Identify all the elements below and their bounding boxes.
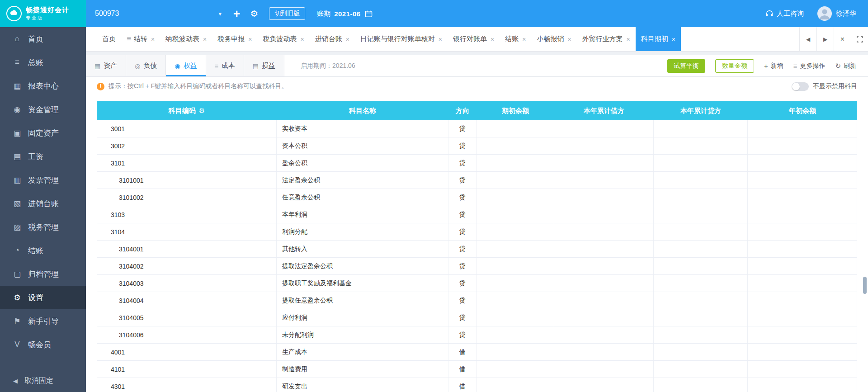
close-icon[interactable]: × xyxy=(151,36,155,43)
tab-item-9[interactable]: 小畅报销× xyxy=(531,27,576,51)
sidebar-item-12[interactable]: ⚑新手引导 xyxy=(0,309,86,333)
tab-item-1[interactable]: ≣结转× xyxy=(121,27,160,51)
user-menu[interactable]: 徐泽华 xyxy=(817,6,856,21)
tab-item-7[interactable]: 银行对账单× xyxy=(448,27,500,51)
gear-icon[interactable]: ⚙ xyxy=(250,8,258,19)
subtab-2[interactable]: ◉权益 xyxy=(166,55,206,76)
table-row-10[interactable]: 3104004提取任意盈余公积贷 xyxy=(97,292,857,309)
trial-balance-button[interactable]: 试算平衡 xyxy=(667,59,705,73)
quantity-amount-button[interactable]: 数量金额 xyxy=(715,59,754,73)
switch-old-version-button[interactable]: 切到旧版 xyxy=(269,7,305,20)
table-header-row: 科目编码⚙科目名称方向期初余额本年累计借方本年累计贷方年初余额 xyxy=(97,101,857,120)
table-row-0[interactable]: 3001实收资本贷 xyxy=(97,120,857,137)
subtab-3[interactable]: ≡成本 xyxy=(206,55,244,76)
tab-item-6[interactable]: 日记账与银行对账单核对× xyxy=(355,27,448,51)
sidebar-item-3[interactable]: ◉资金管理 xyxy=(0,98,86,121)
column-header-label: 期初余额 xyxy=(502,107,529,115)
tab-item-10[interactable]: 外贸行业方案× xyxy=(577,27,636,51)
subtab-1[interactable]: ◎负债 xyxy=(126,55,166,76)
close-icon[interactable]: × xyxy=(672,36,675,43)
sidebar-item-1[interactable]: ≡总账 xyxy=(0,51,86,74)
tab-item-0[interactable]: 首页 xyxy=(97,27,121,51)
cell-direction: 贷 xyxy=(448,326,476,343)
close-icon[interactable]: × xyxy=(300,36,304,43)
cell-direction: 借 xyxy=(448,344,476,360)
table-row-12[interactable]: 3104006未分配利润贷 xyxy=(97,326,857,344)
scrollbar-thumb[interactable] xyxy=(863,277,867,294)
hide-disabled-toggle[interactable] xyxy=(792,82,809,91)
more-operations-button[interactable]: ≡ 更多操作 xyxy=(793,62,826,70)
tab-item-11[interactable]: 科目期初× xyxy=(636,27,681,51)
close-tabs-button[interactable]: × xyxy=(834,27,851,51)
tab-item-5[interactable]: 进销台账× xyxy=(310,27,355,51)
table-row-15[interactable]: 4301研发支出借 xyxy=(97,378,857,392)
cell-opening-balance xyxy=(476,258,554,274)
cell-year-begin-balance xyxy=(748,189,857,206)
close-icon[interactable]: × xyxy=(203,36,207,43)
table-row-6[interactable]: 3104利润分配贷 xyxy=(97,223,857,241)
sidebar-item-11[interactable]: ⚙设置 xyxy=(0,286,86,309)
subtab-4[interactable]: ▤损益 xyxy=(244,55,284,76)
sidebar-item-8[interactable]: ▨税务管理 xyxy=(0,215,86,239)
table-row-1[interactable]: 3002资本公积贷 xyxy=(97,137,857,155)
close-icon[interactable]: × xyxy=(522,36,526,43)
sidebar-item-4[interactable]: ▣固定资产 xyxy=(0,121,86,145)
sidebar-item-0[interactable]: ⌂首页 xyxy=(0,27,86,51)
calendar-icon[interactable] xyxy=(364,9,373,18)
manual-consult-button[interactable]: 人工咨询 xyxy=(765,9,804,18)
close-icon[interactable]: × xyxy=(346,36,349,43)
close-icon[interactable]: × xyxy=(491,36,494,43)
subtab-0[interactable]: ▦资产 xyxy=(86,55,126,76)
company-selector[interactable]: 500973 ▾ xyxy=(95,9,222,18)
close-icon[interactable]: × xyxy=(567,36,571,43)
tab-item-2[interactable]: 纳税波动表× xyxy=(160,27,212,51)
subtab-label: 资产 xyxy=(104,61,117,70)
sidebar-item-7[interactable]: ▧进销台账 xyxy=(0,192,86,215)
sidebar-item-2[interactable]: ▦报表中心 xyxy=(0,74,86,98)
close-icon[interactable]: × xyxy=(248,36,252,43)
subtab-row: ▦资产◎负债◉权益≡成本▤损益 启用期间：2021.06 试算平衡 数量金额 +… xyxy=(86,55,868,77)
cell-direction: 贷 xyxy=(448,206,476,223)
cell-year-begin-balance xyxy=(748,241,857,257)
unpin-button[interactable]: ◀ 取消固定 xyxy=(0,369,86,392)
cell-ytd-credit xyxy=(654,344,748,360)
cell-ytd-credit xyxy=(654,326,748,343)
sidebar-item-13[interactable]: V畅会员 xyxy=(0,333,86,356)
sidebar-item-10[interactable]: ▢归档管理 xyxy=(0,262,86,286)
tab-item-8[interactable]: 结账× xyxy=(500,27,531,51)
fullscreen-button[interactable] xyxy=(851,27,868,51)
tab-item-4[interactable]: 税负波动表× xyxy=(257,27,309,51)
refresh-button[interactable]: ↻ 刷新 xyxy=(835,62,856,70)
sidebar-item-label: 归档管理 xyxy=(28,269,59,279)
tab-item-3[interactable]: 税务申报× xyxy=(212,27,257,51)
table-row-2[interactable]: 3101盈余公积贷 xyxy=(97,155,857,172)
cell-ytd-debit xyxy=(554,120,654,137)
close-icon[interactable]: × xyxy=(439,36,442,43)
table-row-8[interactable]: 3104002提取法定盈余公积贷 xyxy=(97,258,857,275)
column-settings-gear-icon[interactable]: ⚙ xyxy=(199,107,205,115)
add-account-button[interactable]: + 新增 xyxy=(764,62,783,70)
sidebar-item-6[interactable]: ▥发票管理 xyxy=(0,168,86,192)
table-row-14[interactable]: 4101制造费用借 xyxy=(97,361,857,378)
table-row-3[interactable]: 3101001法定盈余公积贷 xyxy=(97,172,857,189)
tab-nav-left-button[interactable]: ◀ xyxy=(799,27,816,51)
sidebar-item-9[interactable]: ◔结账 xyxy=(0,239,86,262)
column-header-label: 科目名称 xyxy=(349,107,376,115)
close-icon[interactable]: × xyxy=(627,36,630,43)
add-button[interactable]: + xyxy=(233,8,240,19)
table-row-13[interactable]: 4001生产成本借 xyxy=(97,344,857,361)
sidebar-item-5[interactable]: ▤工资 xyxy=(0,145,86,168)
app-logo: 畅捷通好会计 专业版 xyxy=(0,0,86,27)
consult-label: 人工咨询 xyxy=(777,9,804,18)
table-row-7[interactable]: 3104001其他转入贷 xyxy=(97,241,857,258)
cell-direction: 贷 xyxy=(448,137,476,154)
accounting-period[interactable]: 账期 2021-06 xyxy=(317,9,373,18)
list-icon: ≣ xyxy=(127,36,132,43)
tab-nav-right-button[interactable]: ▶ xyxy=(816,27,834,51)
cell-year-begin-balance xyxy=(748,326,857,343)
cell-year-begin-balance xyxy=(748,120,857,137)
table-row-5[interactable]: 3103本年利润贷 xyxy=(97,206,857,223)
table-row-11[interactable]: 3104005应付利润贷 xyxy=(97,309,857,326)
table-row-9[interactable]: 3104003提取职工奖励及福利基金贷 xyxy=(97,275,857,292)
table-row-4[interactable]: 3101002任意盈余公积贷 xyxy=(97,189,857,206)
